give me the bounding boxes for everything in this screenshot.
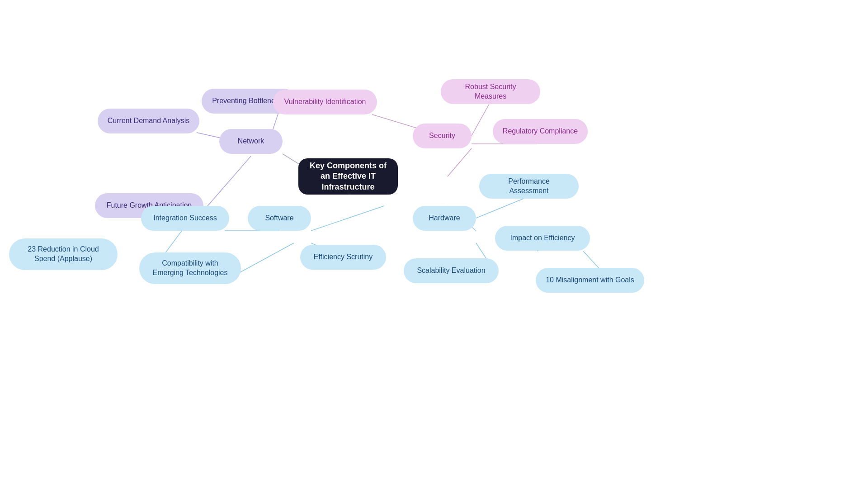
scalability-evaluation-node: Scalability Evaluation (404, 258, 499, 283)
cloud-spend-reduction-node: 23 Reduction in Cloud Spend (Applause) (9, 238, 118, 270)
efficiency-scrutiny-node: Efficiency Scrutiny (300, 245, 386, 270)
svg-line-14 (476, 199, 524, 218)
vulnerability-identification-node: Vulnerability Identification (273, 90, 377, 114)
hardware-node: Hardware (413, 206, 476, 231)
security-node: Security (413, 124, 472, 148)
misalignment-goals-node: 10 Misalignment with Goals (536, 268, 644, 293)
software-node: Software (248, 206, 311, 231)
svg-line-1 (448, 148, 472, 176)
current-demand-analysis-node: Current Demand Analysis (98, 109, 199, 133)
svg-line-11 (234, 243, 294, 276)
compatibility-emerging-technologies-node: Compatibility with Emerging Technologies (139, 252, 241, 284)
robust-security-measures-node: Robust Security Measures (441, 79, 540, 104)
svg-line-2 (311, 206, 384, 231)
integration-success-node: Integration Success (141, 206, 229, 231)
network-node: Network (219, 129, 283, 154)
regulatory-compliance-node: Regulatory Compliance (493, 119, 588, 144)
svg-line-8 (472, 104, 489, 136)
performance-assessment-node: Performance Assessment (479, 174, 579, 199)
center-node: Key Components of an Effective IT Infras… (298, 158, 398, 195)
impact-on-efficiency-node: Impact on Efficiency (495, 226, 590, 251)
